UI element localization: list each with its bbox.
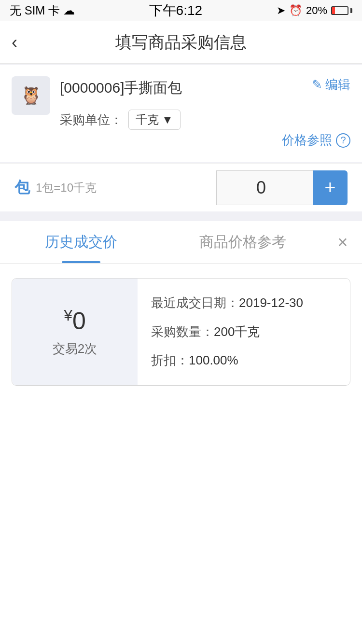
product-info: [0000006]手撕面包 采购单位： 千克 ▼ <box>60 76 182 130</box>
qty-label-text: 采购数量： <box>151 324 214 339</box>
date-value: 2019-12-30 <box>239 295 303 310</box>
price-card-left: ¥0 交易2次 <box>12 279 138 385</box>
back-button[interactable]: ‹ <box>12 32 17 53</box>
edit-icon: ✎ <box>312 77 322 92</box>
unit-select-dropdown[interactable]: 千克 ▼ <box>128 110 181 130</box>
tab-header: 历史成交价 商品价格参考 × <box>0 221 362 264</box>
date-row: 最近成交日期：2019-12-30 <box>151 293 336 313</box>
edit-label: 编辑 <box>325 76 350 93</box>
quantity-row: 采购数量：200千克 <box>151 322 336 342</box>
tab2-label: 商品价格参考 <box>199 232 286 252</box>
quantity-label: 包 1包=10千克 <box>14 177 97 198</box>
product-thumbnail: 🦉 <box>12 76 50 115</box>
location-icon: ➤ <box>277 4 285 17</box>
product-card: 🦉 [0000006]手撕面包 采购单位： 千克 ▼ ✎ 编辑 价格参照 <box>0 65 362 162</box>
price-card: ¥0 交易2次 最近成交日期：2019-12-30 采购数量：200千克 折扣：… <box>12 278 350 386</box>
price-ref-label: 价格参照 <box>282 132 332 149</box>
battery-indicator <box>331 6 352 15</box>
currency-symbol: ¥ <box>64 307 72 324</box>
tab-historical-price[interactable]: 历史成交价 <box>0 221 162 263</box>
tab1-label: 历史成交价 <box>45 232 117 252</box>
status-left: 无 SIM 卡 ☁ <box>10 3 75 18</box>
tab-close-button[interactable]: × <box>323 232 362 252</box>
unit-value: 千克 <box>136 112 159 127</box>
help-icon: ? <box>336 133 350 148</box>
price-value: 0 <box>72 307 86 334</box>
chevron-down-icon: ▼ <box>162 113 173 126</box>
product-logo-icon: 🦉 <box>20 85 42 106</box>
sim-wifi-label: 无 SIM 卡 ☁ <box>10 3 75 18</box>
tabs-panel: 历史成交价 商品价格参考 × ¥0 交易2次 最近成交日期：2019-12-30… <box>0 221 362 400</box>
unit-label: 采购单位： <box>60 112 123 128</box>
price-info-area: ¥0 交易2次 最近成交日期：2019-12-30 采购数量：200千克 折扣：… <box>0 264 362 400</box>
unit-row: 采购单位： 千克 ▼ <box>60 110 182 130</box>
price-main-value: ¥0 <box>64 307 86 335</box>
tab-active-indicator <box>62 261 100 263</box>
status-bar: 无 SIM 卡 ☁ 下午6:12 ➤ ⏰ 20% <box>0 0 362 21</box>
discount-row: 折扣：100.00% <box>151 350 336 371</box>
quantity-input[interactable] <box>216 170 313 205</box>
price-reference-button[interactable]: 价格参照 ? <box>282 132 350 149</box>
product-header: 🦉 [0000006]手撕面包 采购单位： 千克 ▼ ✎ 编辑 价格参照 <box>12 76 350 149</box>
quantity-controls: + <box>216 170 348 205</box>
quantity-plus-button[interactable]: + <box>313 170 348 205</box>
battery-label: 20% <box>306 4 327 17</box>
qty-value-text: 200千克 <box>214 324 260 339</box>
quantity-section: 包 1包=10千克 + <box>0 163 362 211</box>
page-title: 填写商品采购信息 <box>115 31 247 54</box>
discount-value: 100.00% <box>189 353 238 367</box>
quantity-conversion: 1包=10千克 <box>36 180 97 196</box>
transaction-count: 交易2次 <box>53 340 97 357</box>
date-label: 最近成交日期： <box>151 295 239 310</box>
bottom-space <box>0 400 362 644</box>
nav-bar: ‹ 填写商品采购信息 <box>0 21 362 64</box>
price-card-right: 最近成交日期：2019-12-30 采购数量：200千克 折扣：100.00% <box>138 279 350 385</box>
product-name: [0000006]手撕面包 <box>60 78 182 98</box>
alarm-icon: ⏰ <box>289 4 302 17</box>
status-right: ➤ ⏰ 20% <box>277 4 352 17</box>
quantity-unit-badge: 包 <box>14 177 30 198</box>
tab-product-price-ref[interactable]: 商品价格参考 <box>162 221 323 263</box>
edit-button[interactable]: ✎ 编辑 <box>312 76 350 93</box>
product-left: 🦉 [0000006]手撕面包 采购单位： 千克 ▼ <box>12 76 182 130</box>
discount-label: 折扣： <box>151 353 189 367</box>
status-time: 下午6:12 <box>149 1 203 20</box>
